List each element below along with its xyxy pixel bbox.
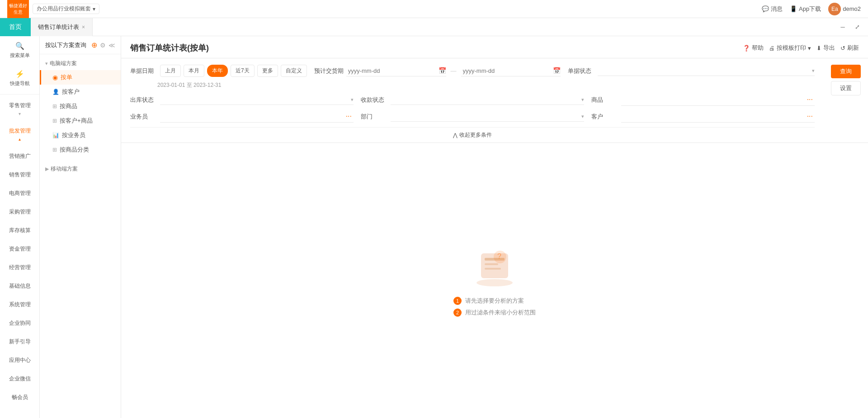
scheme-item-by-salesperson[interactable]: 📊 按业务员 — [40, 128, 121, 142]
sidebar-item-operations[interactable]: 经营管理 — [0, 258, 39, 277]
scheme-item-label: 按单 — [61, 73, 72, 81]
sidebar-item-label: 应用中心 — [9, 356, 31, 364]
minimize-btn[interactable]: ─ — [837, 22, 848, 33]
settings-button[interactable]: 设置 — [831, 81, 861, 95]
print-btn[interactable]: 🖨 按模板打印 ▾ — [769, 44, 811, 52]
customer-input-group: ··· — [621, 110, 815, 123]
chevron-down-icon: ▾ — [45, 61, 48, 66]
sidebar-item-retail[interactable]: 零售管理 ▾ — [0, 96, 39, 122]
scheme-item-by-goods-category[interactable]: ⊞ 按商品分类 — [40, 142, 121, 157]
sidebar-item-inventory[interactable]: 库存核算 — [0, 221, 39, 240]
sidebar-item-sales[interactable]: 销售管理 — [0, 166, 39, 184]
message-btn[interactable]: 💬 消息 — [762, 5, 783, 13]
tab-sales-order-stats[interactable]: 销售订单统计表 × — [31, 18, 93, 36]
expected-date-end-input[interactable] — [461, 66, 553, 76]
sidebar-item-guide[interactable]: 新手引导 — [0, 332, 39, 351]
add-scheme-icon[interactable]: ⊕ — [91, 41, 97, 49]
sidebar-item-quicknav[interactable]: ⚡ 快捷导航 — [0, 64, 39, 92]
settings-scheme-icon[interactable]: ⚙ — [100, 42, 106, 49]
scheme-group-header-mobile[interactable]: ▶ 移动端方案 — [40, 162, 121, 176]
page-header: 销售订单统计表(按单) ❓ 帮助 🖨 按模板打印 ▾ ⬇ 导出 ↺ 刷新 — [121, 36, 868, 58]
refresh-btn[interactable]: ↺ 刷新 — [840, 44, 859, 52]
date-btn-more[interactable]: 更多 — [257, 65, 278, 77]
outstatus-select[interactable]: ▾ — [160, 95, 354, 105]
app-download-btn[interactable]: 📱 App下载 — [790, 5, 821, 13]
maximize-btn[interactable]: ⤢ — [852, 22, 863, 33]
print-icon: 🖨 — [769, 45, 775, 52]
filter-section: 单据日期 上月 本月 本年 近7天 更多 自定义 预计交货期 📅 — [121, 58, 824, 142]
empty-tip-1: 1 请先选择要分析的方案 — [453, 297, 536, 305]
chevron-down-icon: ▾ — [812, 68, 815, 74]
empty-illustration: ? — [467, 244, 522, 290]
sidebar-item-enterprise[interactable]: 企业协同 — [0, 314, 39, 332]
sidebar-item-ecommerce[interactable]: 电商管理 — [0, 184, 39, 203]
help-icon: ❓ — [743, 45, 750, 52]
topbar-left: 畅捷通好生意 办公用品行业模拟账套 ▾ — [7, 0, 99, 18]
salesperson-picker-icon[interactable]: ··· — [344, 112, 354, 120]
calendar-start-icon[interactable]: 📅 — [439, 67, 446, 74]
export-btn[interactable]: ⬇ 导出 — [816, 44, 835, 52]
page-header-actions: ❓ 帮助 🖨 按模板打印 ▾ ⬇ 导出 ↺ 刷新 — [743, 44, 859, 52]
date-btn-last-month[interactable]: 上月 — [160, 65, 181, 77]
sidebar-item-apps[interactable]: 应用中心 — [0, 351, 39, 370]
status-label: 单据状态 — [568, 67, 595, 75]
sidebar: 🔍 搜索菜单 ⚡ 快捷导航 零售管理 ▾ 批发管理 ▴ 营销推广 销售管理 电商… — [0, 36, 40, 418]
left-panel-title: 按以下方案查询 — [45, 41, 86, 49]
customer-input[interactable] — [621, 113, 805, 120]
sidebar-item-label: 新手引导 — [9, 338, 31, 346]
scheme-item-label: 按商品分类 — [60, 146, 89, 154]
radio-icon: ◉ — [52, 74, 58, 81]
app-selector[interactable]: 办公用品行业模拟账套 ▾ — [33, 4, 99, 14]
filter-query-section: 单据日期 上月 本月 本年 近7天 更多 自定义 预计交货期 📅 — [121, 58, 868, 143]
sidebar-item-system[interactable]: 系统管理 — [0, 295, 39, 314]
date-btn-7days[interactable]: 近7天 — [231, 65, 255, 77]
collapse-btn[interactable]: ⋀ 收起更多条件 — [130, 127, 815, 142]
user-menu[interactable]: Ea demo2 — [828, 3, 861, 15]
date-btn-this-year[interactable]: 本年 — [207, 65, 228, 77]
query-button[interactable]: 查询 — [831, 65, 861, 78]
scheme-item-by-order[interactable]: ◉ 按单 — [40, 70, 121, 85]
sidebar-item-member[interactable]: 畅会员 — [0, 388, 39, 407]
goods-picker-icon[interactable]: ··· — [805, 95, 815, 104]
calendar-end-icon[interactable]: 📅 — [553, 67, 561, 74]
sidebar-item-basicinfo[interactable]: 基础信息 — [0, 277, 39, 295]
scheme-item-by-goods[interactable]: ⊞ 按商品 — [40, 99, 121, 114]
dept-select[interactable]: ▾ — [391, 112, 584, 122]
customer-group: 客户 ··· — [591, 110, 815, 123]
date-separator: — — [449, 67, 458, 74]
svg-text:?: ? — [497, 252, 501, 260]
help-btn[interactable]: ❓ 帮助 — [743, 44, 764, 52]
sidebar-item-purchase[interactable]: 采购管理 — [0, 203, 39, 221]
sidebar-item-search[interactable]: 🔍 搜索菜单 — [0, 36, 39, 64]
left-panel-actions: ⊕ ⚙ ≪ — [91, 41, 115, 49]
date-btn-custom[interactable]: 自定义 — [281, 65, 307, 77]
sidebar-item-marketing[interactable]: 营销推广 — [0, 147, 39, 166]
expected-date-start-group: 📅 — [346, 66, 446, 76]
query-buttons: 查询 设置 — [824, 58, 868, 142]
receiptstatus-select[interactable]: ▾ — [391, 95, 584, 105]
goods-input[interactable] — [621, 96, 805, 103]
tab-home[interactable]: 首页 — [0, 18, 31, 36]
date-range-text: 2023-01-01 至 2023-12-31 — [157, 82, 221, 88]
empty-state: ? 1 请先选择要分析的方案 2 用过滤条件来缩小分析范围 — [121, 143, 868, 418]
scheme-group-header-pc[interactable]: ▾ 电脑端方案 — [40, 57, 121, 70]
receiptstatus-group: 收款状态 ▾ — [361, 95, 584, 105]
sidebar-item-wholesale[interactable]: 批发管理 ▴ — [0, 122, 39, 147]
chevron-down-icon: ▾ — [581, 114, 584, 119]
tab-close-icon[interactable]: × — [82, 24, 85, 30]
customer-picker-icon[interactable]: ··· — [805, 112, 815, 120]
scheme-item-by-customer-goods[interactable]: ⊞ 按客户+商品 — [40, 114, 121, 128]
table-icon: ⊞ — [52, 118, 57, 124]
sidebar-item-wechat[interactable]: 企业微信 — [0, 370, 39, 388]
salesperson-input[interactable] — [160, 113, 344, 120]
outstatus-label: 出库状态 — [130, 96, 157, 104]
outstatus-group: 出库状态 ▾ — [130, 95, 354, 105]
collapse-panel-icon[interactable]: ≪ — [108, 42, 115, 49]
date-btn-this-month[interactable]: 本月 — [184, 65, 204, 77]
expected-date-label: 预计交货期 — [314, 67, 344, 75]
sidebar-item-finance[interactable]: 资金管理 — [0, 240, 39, 258]
sidebar-item-label: 电商管理 — [9, 190, 31, 197]
scheme-item-by-customer[interactable]: 👤 按客户 — [40, 85, 121, 99]
status-select[interactable]: ▾ — [598, 66, 815, 76]
expected-date-start-input[interactable] — [346, 66, 439, 76]
